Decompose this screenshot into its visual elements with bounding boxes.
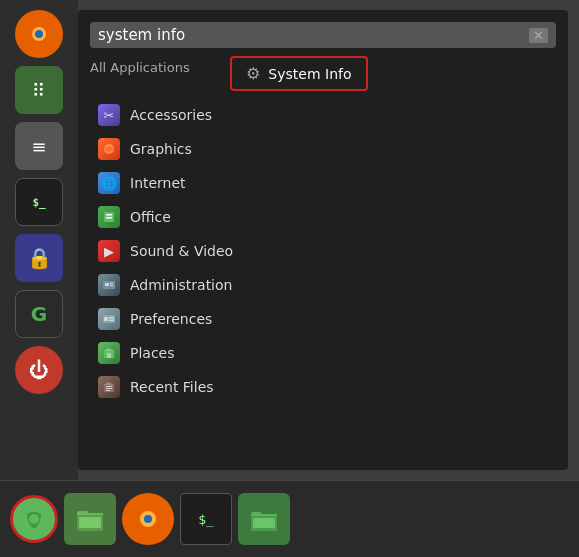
svg-rect-14 xyxy=(109,320,114,322)
taskbar-firefox[interactable] xyxy=(122,493,174,545)
svg-rect-6 xyxy=(106,217,112,219)
sidebar-icon-apps[interactable]: ⠿ xyxy=(15,66,63,114)
svg-rect-12 xyxy=(104,317,108,321)
taskbar-mint-menu[interactable] xyxy=(10,495,58,543)
sidebar-icon-settings[interactable]: ≡ xyxy=(15,122,63,170)
category-item-sound-video[interactable]: ▶ Sound & Video xyxy=(90,235,556,267)
graphics-icon xyxy=(98,138,120,160)
office-label: Office xyxy=(130,209,171,225)
system-info-label: System Info xyxy=(268,66,351,82)
gear-icon: ⚙ xyxy=(246,64,260,83)
places-label: Places xyxy=(130,345,175,361)
sidebar-icon-power[interactable]: ⏻ xyxy=(15,346,63,394)
recent-files-label: Recent Files xyxy=(130,379,214,395)
category-item-places[interactable]: Places xyxy=(90,337,556,369)
accessories-label: Accessories xyxy=(130,107,212,123)
category-item-graphics[interactable]: Graphics xyxy=(90,133,556,165)
svg-rect-27 xyxy=(253,518,275,528)
category-item-accessories[interactable]: ✂ Accessories xyxy=(90,99,556,131)
taskbar-terminal[interactable]: $_ xyxy=(180,493,232,545)
svg-rect-15 xyxy=(107,353,111,358)
svg-rect-18 xyxy=(106,390,110,391)
svg-rect-22 xyxy=(79,517,101,528)
sidebar-icon-grammarly[interactable]: G xyxy=(15,290,63,338)
accessories-icon: ✂ xyxy=(98,104,120,126)
all-apps-label: All Applications xyxy=(90,56,220,75)
preferences-label: Preferences xyxy=(130,311,212,327)
svg-rect-9 xyxy=(110,283,113,284)
svg-rect-8 xyxy=(105,283,109,286)
search-input[interactable]: system info xyxy=(98,26,523,44)
recent-files-icon xyxy=(98,376,120,398)
taskbar-files[interactable] xyxy=(64,493,116,545)
taskbar: $_ xyxy=(0,480,579,557)
sidebar-icon-terminal[interactable]: $_ xyxy=(15,178,63,226)
category-item-internet[interactable]: 🌐 Internet xyxy=(90,167,556,199)
category-item-office[interactable]: Office xyxy=(90,201,556,233)
search-bar: system info ✕ xyxy=(90,22,556,48)
system-info-button[interactable]: ⚙ System Info xyxy=(230,56,368,91)
category-item-preferences[interactable]: Preferences xyxy=(90,303,556,335)
svg-rect-13 xyxy=(109,317,114,319)
svg-rect-17 xyxy=(106,388,112,389)
sidebar-icon-firefox[interactable] xyxy=(15,10,63,58)
svg-rect-5 xyxy=(106,214,112,216)
administration-icon xyxy=(98,274,120,296)
svg-point-25 xyxy=(144,515,152,523)
sidebar: ⠿ ≡ $_ 🔒 G ⏻ xyxy=(0,0,78,480)
category-item-administration[interactable]: Administration xyxy=(90,269,556,301)
category-list: ✂ Accessories Graphics 🌐 Internet Office… xyxy=(90,99,556,403)
office-icon xyxy=(98,206,120,228)
svg-point-2 xyxy=(35,30,43,38)
svg-rect-10 xyxy=(110,285,113,286)
svg-rect-16 xyxy=(106,386,112,387)
preferences-icon xyxy=(98,308,120,330)
places-icon xyxy=(98,342,120,364)
sound-video-icon: ▶ xyxy=(98,240,120,262)
administration-label: Administration xyxy=(130,277,232,293)
sidebar-icon-lock[interactable]: 🔒 xyxy=(15,234,63,282)
svg-point-20 xyxy=(29,514,39,524)
category-item-recent-files[interactable]: Recent Files xyxy=(90,371,556,403)
graphics-label: Graphics xyxy=(130,141,192,157)
sound-video-label: Sound & Video xyxy=(130,243,233,259)
launcher-panel: system info ✕ All Applications ⚙ System … xyxy=(78,10,568,470)
taskbar-filemanager[interactable] xyxy=(238,493,290,545)
search-clear-button[interactable]: ✕ xyxy=(529,28,548,43)
internet-icon: 🌐 xyxy=(98,172,120,194)
search-result-area: All Applications ⚙ System Info xyxy=(90,56,556,91)
internet-label: Internet xyxy=(130,175,186,191)
